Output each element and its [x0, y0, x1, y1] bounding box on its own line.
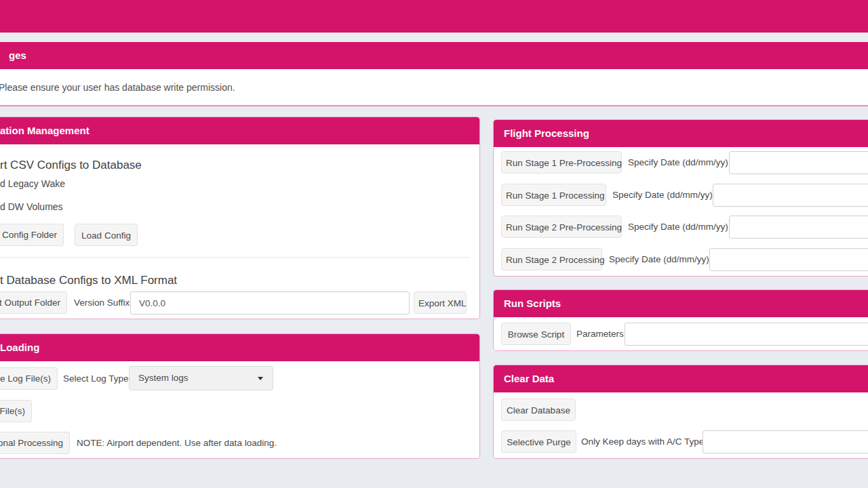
run-scripts-row: Browse Script Parameters — [494, 323, 868, 346]
run-stage2-pre-button[interactable]: Run Stage 2 Pre-Processing — [501, 216, 622, 238]
app-window: ges Please ensure your user has database… — [0, 0, 868, 488]
browse-script-button[interactable]: Browse Script — [501, 323, 571, 345]
legacy-wake-option-label[interactable]: d Legacy Wake — [0, 178, 65, 189]
clear-database-row: Clear Database — [494, 399, 868, 422]
select-output-folder-button[interactable]: t Output Folder — [0, 291, 67, 314]
parameters-input[interactable] — [625, 323, 868, 346]
stage2-date-input[interactable] — [709, 248, 868, 271]
stage1-row: Run Stage 1 Processing Specify Date (dd/… — [494, 184, 868, 207]
section-divider — [0, 257, 470, 258]
run-stage1-pre-button[interactable]: Run Stage 1 Pre-Processing — [501, 151, 622, 174]
run-scripts-header: Run Scripts — [494, 290, 868, 317]
stage1-date-input[interactable] — [713, 184, 868, 207]
flight-processing-header: Flight Processing — [494, 120, 868, 147]
messages-panel-title: ges — [9, 49, 26, 61]
log-type-select[interactable]: System logs — [129, 366, 273, 390]
parameters-label: Parameters — [576, 323, 624, 346]
browse-config-folder-button[interactable]: se Config Folder — [0, 224, 64, 246]
messages-text: Please ensure your user has database wri… — [0, 70, 868, 105]
messages-panel-header: ges — [0, 42, 868, 69]
stage2-pre-row: Run Stage 2 Pre-Processing Specify Date … — [494, 216, 868, 239]
browse-log-files-button[interactable]: se Log File(s) — [0, 367, 58, 390]
selective-purge-row: Selective Purge Only Keep days with A/C … — [494, 430, 868, 453]
run-scripts-panel: Run Scripts Browse Script Parameters — [493, 289, 868, 351]
flight-processing-title: Flight Processing — [504, 127, 589, 139]
clear-data-panel: Clear Data Clear Database Selective Purg… — [493, 365, 868, 459]
version-suffix-label: Version Suffix — [74, 291, 130, 314]
stage1-date-label: Specify Date (dd/mm/yy) — [612, 184, 713, 207]
run-scripts-title: Run Scripts — [504, 298, 561, 309]
stage2-date-label: Specify Date (dd/mm/yy) — [609, 248, 709, 271]
log-type-selected-value: System logs — [138, 373, 189, 383]
title-bar — [0, 0, 868, 33]
config-management-panel: ation Management rt CSV Configs to Datab… — [0, 117, 480, 319]
keep-days-label: Only Keep days with A/C Type: — [581, 430, 707, 453]
processing-note: NOTE: Airport dependent. Use after data … — [77, 432, 277, 455]
clear-database-button[interactable]: Clear Database — [501, 399, 576, 421]
import-csv-heading: rt CSV Configs to Database — [0, 158, 142, 173]
stage1-pre-date-input[interactable] — [729, 151, 868, 174]
selective-purge-button[interactable]: Selective Purge — [501, 430, 576, 453]
clear-data-header: Clear Data — [494, 365, 868, 392]
version-suffix-input[interactable] — [130, 291, 410, 314]
messages-panel: ges Please ensure your user has database… — [0, 42, 868, 106]
run-stage1-button[interactable]: Run Stage 1 Processing — [501, 184, 606, 206]
clear-data-title: Clear Data — [504, 373, 554, 384]
load-config-button[interactable]: Load Config — [75, 224, 138, 246]
additional-processing-button[interactable]: ional Processing — [0, 432, 70, 454]
config-management-header: ation Management — [0, 117, 479, 144]
data-loading-panel: Loading se Log File(s) Select Log Type: … — [0, 333, 480, 459]
flight-processing-panel: Flight Processing Run Stage 1 Pre-Proces… — [493, 119, 868, 277]
export-xml-button[interactable]: Export XML — [414, 291, 467, 314]
data-loading-title: Loading — [0, 342, 39, 353]
stage1-pre-date-label: Specify Date (dd/mm/yy) — [628, 151, 728, 174]
load-files-button[interactable]: File(s) — [0, 400, 32, 422]
export-xml-heading: t Database Configs to XML Format — [0, 273, 177, 288]
config-management-title: ation Management — [0, 125, 90, 136]
stage2-pre-date-input[interactable] — [729, 216, 868, 239]
dw-volumes-option-label[interactable]: d DW Volumes — [0, 201, 63, 212]
select-log-type-label: Select Log Type: — [63, 367, 131, 390]
caret-down-icon — [258, 377, 263, 380]
data-loading-header: Loading — [0, 334, 479, 361]
stage1-pre-row: Run Stage 1 Pre-Processing Specify Date … — [494, 151, 868, 174]
keep-days-input[interactable] — [703, 430, 868, 453]
stage2-row: Run Stage 2 Processing Specify Date (dd/… — [494, 248, 868, 271]
run-stage2-button[interactable]: Run Stage 2 Processing — [501, 248, 602, 270]
stage2-pre-date-label: Specify Date (dd/mm/yy) — [628, 216, 728, 239]
